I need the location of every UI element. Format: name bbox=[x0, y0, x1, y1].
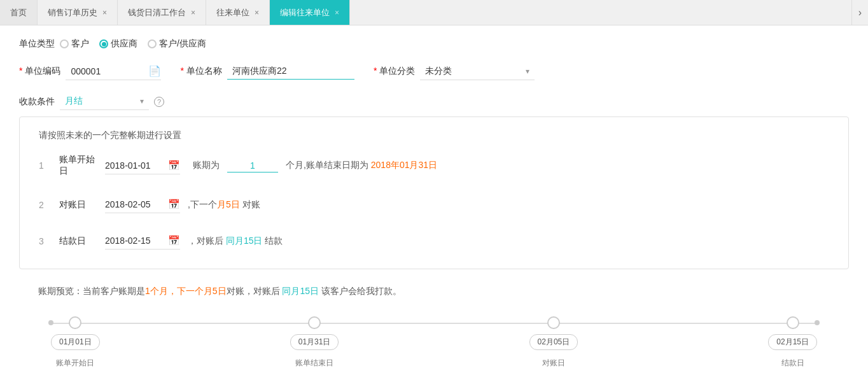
timeline-node-date-2: 02月05日 bbox=[529, 334, 578, 350]
radio-supplier[interactable]: 供应商 bbox=[99, 38, 137, 50]
code-group: 单位编码 📄 bbox=[19, 62, 161, 80]
start-date-input[interactable] bbox=[105, 160, 165, 171]
period-row-3: 3 结款日 📅 ，对账后 同月15日 结款 bbox=[39, 232, 829, 250]
radio-label-supplier: 供应商 bbox=[111, 38, 137, 50]
period-row-1: 1 账单开始日 📅 账期为 个月,账单结束日期为 2018年01月31日 bbox=[39, 154, 829, 177]
code-input-wrapper: 📄 bbox=[66, 62, 161, 80]
timeline-node-1: 01月31日 账单结束日 bbox=[290, 316, 339, 369]
tab-edit-partner[interactable]: 编辑往来单位 × bbox=[270, 0, 350, 25]
payment-row: 收款条件 月结 ▾ ? bbox=[19, 93, 849, 110]
timeline-node-circle-3 bbox=[787, 316, 799, 329]
date-input-2: 📅 bbox=[105, 196, 180, 213]
radio-label-both: 客户/供应商 bbox=[159, 38, 206, 50]
timeline-node-0: 01月01日 账单开始日 bbox=[51, 316, 100, 369]
timeline-node-circle-1 bbox=[308, 316, 321, 329]
tab-bar: 首页 销售订单历史 × 钱货日清工作台 × 往来单位 × 编辑往来单位 × › bbox=[0, 0, 868, 25]
radio-customer[interactable]: 客户 bbox=[60, 38, 89, 50]
preview-part2: 下一个月5日 bbox=[177, 286, 227, 296]
timeline-node-date-3: 02月15日 bbox=[768, 334, 817, 350]
radio-circle-supplier bbox=[99, 39, 108, 48]
period-num-3: 3 bbox=[39, 236, 52, 246]
classification-value: 未分类 bbox=[425, 66, 452, 77]
radio-label-customer: 客户 bbox=[71, 38, 89, 50]
period-desc-prefix-1: 账期为 bbox=[193, 160, 220, 171]
period-num-1: 1 bbox=[39, 160, 52, 171]
timeline: 01月01日 账单开始日 01月31日 账单结束日 02月05日 对账日 02月… bbox=[51, 316, 817, 369]
end-date-highlight: 2018年01月31日 bbox=[371, 160, 437, 170]
tab-partner[interactable]: 往来单位 × bbox=[206, 0, 270, 25]
radio-group: 客户 供应商 客户/供应商 bbox=[60, 38, 206, 50]
timeline-node-label-1: 账单结束日 bbox=[295, 358, 333, 369]
reconcile-date-input[interactable] bbox=[105, 199, 165, 209]
period-months-input[interactable] bbox=[227, 159, 278, 172]
preview-label: 账期预览：当前客户账期是 bbox=[38, 286, 145, 296]
unit-type-row: 单位类型 客户 供应商 客户/供应商 bbox=[19, 38, 849, 50]
preview-part4: 同月15日 bbox=[282, 286, 319, 296]
period-num-2: 2 bbox=[39, 200, 52, 210]
period-label-2: 对账日 bbox=[59, 199, 97, 211]
preview-section: 账期预览：当前客户账期是1个月，下一个月5日对账，对账后 同月15日 该客户会给… bbox=[19, 276, 849, 379]
date-input-1: 📅 bbox=[105, 157, 180, 174]
payment-value: 月结 bbox=[65, 95, 135, 107]
tab-partner-close[interactable]: × bbox=[255, 8, 259, 17]
period-label-3: 结款日 bbox=[59, 236, 97, 247]
classification-group: 单位分类 未分类 ▾ bbox=[374, 63, 535, 80]
tab-edit-partner-close[interactable]: × bbox=[335, 8, 339, 17]
timeline-node-date-1: 01月31日 bbox=[290, 334, 339, 350]
preview-part5: 该客户会给我打款。 bbox=[321, 286, 402, 296]
payment-help-icon[interactable]: ? bbox=[154, 97, 164, 107]
period-desc-2: ,下一个月5日 对账 bbox=[188, 199, 260, 211]
name-label: 单位名称 bbox=[180, 66, 221, 77]
code-copy-icon[interactable]: 📄 bbox=[148, 65, 161, 77]
code-name-row: 单位编码 📄 单位名称 单位分类 未分类 ▾ bbox=[19, 62, 849, 80]
payment-label: 收款条件 bbox=[19, 96, 55, 108]
radio-both[interactable]: 客户/供应商 bbox=[148, 38, 206, 50]
classification-label: 单位分类 bbox=[374, 66, 415, 77]
preview-part1: 1个月， bbox=[145, 286, 177, 296]
tab-cash-work[interactable]: 钱货日清工作台 × bbox=[118, 0, 206, 25]
classification-chevron-icon: ▾ bbox=[526, 67, 529, 76]
payment-group: 收款条件 月结 ▾ ? bbox=[19, 93, 164, 110]
timeline-node-date-0: 01月01日 bbox=[51, 334, 100, 350]
period-label-1: 账单开始日 bbox=[59, 154, 97, 177]
tab-cash-work-close[interactable]: × bbox=[191, 8, 195, 17]
date-input-3: 📅 bbox=[105, 232, 180, 250]
period-box-title: 请按照未来的一个完整帐期进行设置 bbox=[39, 130, 829, 141]
unit-type-label: 单位类型 bbox=[19, 38, 55, 50]
period-box: 请按照未来的一个完整帐期进行设置 1 账单开始日 📅 账期为 个月,账单结束日期… bbox=[19, 116, 849, 269]
unit-type-group: 单位类型 客户 供应商 客户/供应商 bbox=[19, 38, 206, 50]
code-input[interactable] bbox=[66, 66, 148, 76]
payment-chevron-icon: ▾ bbox=[140, 97, 144, 106]
name-input[interactable] bbox=[227, 64, 354, 80]
timeline-node-label-3: 结款日 bbox=[781, 358, 804, 369]
calendar-icon-2[interactable]: 📅 bbox=[168, 199, 180, 210]
period-row-2: 2 对账日 📅 ,下一个月5日 对账 bbox=[39, 196, 829, 213]
radio-circle-both bbox=[148, 39, 157, 48]
payment-select[interactable]: 月结 ▾ bbox=[60, 93, 149, 110]
classification-select[interactable]: 未分类 ▾ bbox=[420, 63, 535, 80]
radio-circle-customer bbox=[60, 39, 69, 48]
preview-text: 账期预览：当前客户账期是1个月，下一个月5日对账，对账后 同月15日 该客户会给… bbox=[38, 286, 830, 297]
timeline-node-3: 02月15日 结款日 bbox=[768, 316, 817, 369]
tab-home[interactable]: 首页 bbox=[0, 0, 38, 25]
tab-sales-history-close[interactable]: × bbox=[102, 8, 107, 17]
period-desc-3: ，对账后 同月15日 结款 bbox=[188, 236, 283, 247]
calendar-icon-1[interactable]: 📅 bbox=[168, 160, 180, 171]
period-desc-suffix-1: 个月,账单结束日期为 2018年01月31日 bbox=[286, 160, 437, 171]
timeline-node-label-0: 账单开始日 bbox=[56, 358, 94, 369]
timeline-node-circle-2 bbox=[547, 316, 560, 329]
main-content: 单位类型 客户 供应商 客户/供应商 单位编码 bbox=[0, 25, 868, 387]
preview-part3: 对账，对账后 bbox=[227, 286, 280, 296]
reconcile-month-highlight: 月5日 bbox=[217, 199, 240, 209]
timeline-nodes: 01月01日 账单开始日 01月31日 账单结束日 02月05日 对账日 02月… bbox=[51, 316, 817, 369]
tab-overflow-arrow[interactable]: › bbox=[851, 0, 868, 25]
calendar-icon-3[interactable]: 📅 bbox=[168, 235, 180, 246]
name-group: 单位名称 bbox=[180, 64, 354, 80]
payment-day-highlight: 同月15日 bbox=[226, 236, 263, 246]
timeline-node-label-2: 对账日 bbox=[542, 358, 565, 369]
tab-sales-history[interactable]: 销售订单历史 × bbox=[38, 0, 118, 25]
code-label: 单位编码 bbox=[19, 66, 60, 77]
payment-date-input[interactable] bbox=[105, 236, 165, 246]
timeline-node-2: 02月05日 对账日 bbox=[529, 316, 578, 369]
timeline-node-circle-0 bbox=[69, 316, 81, 329]
